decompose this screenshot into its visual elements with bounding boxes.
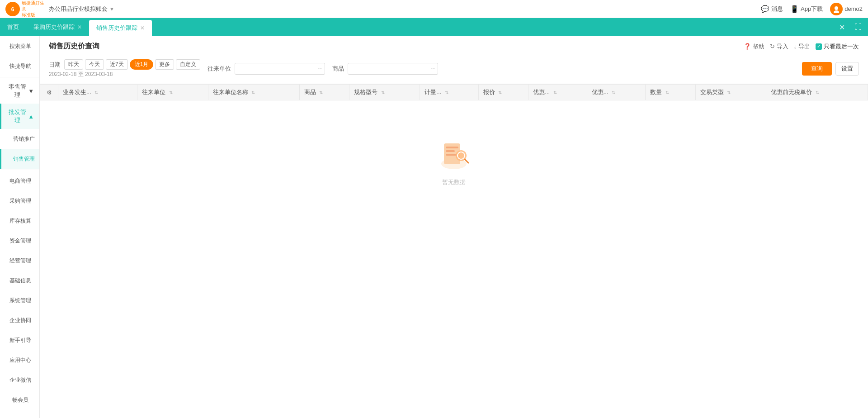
sidebar-divider-2	[0, 170, 39, 170]
tab-expand-icon[interactable]: ⛶	[852, 21, 864, 33]
sort-icon-pretax-price: ⇅	[816, 90, 819, 95]
sidebar-item-quick-nav[interactable]: 快捷导航	[0, 56, 39, 76]
sidebar-item-enterprise[interactable]: 企业协同	[0, 310, 39, 330]
empty-text: 暂无数据	[442, 178, 466, 186]
col-partner-name[interactable]: 往来单位名称 ⇅	[208, 85, 299, 100]
user-avatar	[830, 3, 843, 15]
sidebar-item-member[interactable]: 畅会员	[0, 390, 39, 410]
col-discount1[interactable]: 优惠... ⇅	[528, 85, 587, 100]
tab-bar: 首页 采购历史价跟踪 ✕ 销售历史价跟踪 ✕ ✕ ⛶	[0, 18, 868, 36]
app-download-btn[interactable]: 📱 App下载	[790, 5, 823, 13]
sidebar-item-retail[interactable]: 零售管理 ▼	[0, 78, 39, 104]
sidebar-item-wholesale[interactable]: 批发管理 ▲	[0, 104, 39, 129]
partner-input-dots: ···	[318, 65, 321, 73]
col-partner-code[interactable]: 往来单位 ⇅	[137, 85, 208, 100]
sidebar-item-finance[interactable]: 资金管理	[0, 231, 39, 251]
col-settings[interactable]: ⚙	[40, 85, 58, 100]
tab-bar-actions: ✕ ⛶	[835, 21, 868, 33]
svg-rect-8	[446, 154, 457, 156]
import-btn[interactable]: ↻ 导入	[770, 43, 788, 51]
sort-icon-partner-name: ⇅	[251, 90, 255, 95]
col-pretax-price[interactable]: 优惠前无税单价 ⇅	[766, 85, 868, 100]
date-btn-today[interactable]: 今天	[85, 59, 104, 70]
sort-icon-spec: ⇅	[381, 90, 385, 95]
help-btn[interactable]: ❓ 帮助	[744, 43, 764, 51]
page-title-row: 销售历史价查询 ❓ 帮助 ↻ 导入 ↓ 导出 ✓	[49, 42, 859, 51]
phone-icon: 📱	[790, 5, 799, 13]
query-button[interactable]: 查询	[802, 62, 832, 76]
tab-close-all-icon[interactable]: ✕	[835, 21, 848, 33]
wholesale-arrow-icon: ▲	[28, 113, 34, 120]
sort-icon-product: ⇅	[319, 90, 323, 95]
export-btn[interactable]: ↓ 导出	[794, 43, 811, 51]
retail-arrow-icon: ▼	[28, 88, 34, 95]
content-area: 销售历史价查询 ❓ 帮助 ↻ 导入 ↓ 导出 ✓	[40, 36, 868, 418]
col-product[interactable]: 商品 ⇅	[299, 85, 349, 100]
message-icon: 💬	[761, 5, 769, 13]
message-btn[interactable]: 💬 消息	[761, 5, 783, 13]
checkbox-icon: ✓	[816, 43, 822, 50]
sidebar-item-purchase[interactable]: 采购管理	[0, 191, 39, 211]
date-btn-7days[interactable]: 近7天	[106, 59, 128, 70]
partner-filter-group: 往来单位 ···	[208, 63, 325, 75]
table-head: ⚙ 业务发生... ⇅ 往来单位 ⇅ 往来单位名称 ⇅	[40, 85, 868, 100]
setting-button[interactable]: 设置	[835, 62, 859, 76]
date-range-text: 2023-02-18 至 2023-03-18	[49, 71, 200, 78]
col-trade-type[interactable]: 交易类型 ⇅	[695, 85, 766, 100]
sidebar-item-wechat[interactable]: 企业微信	[0, 370, 39, 390]
only-last-checkbox[interactable]: ✓ 只看最后一次	[816, 43, 859, 51]
svg-text:6: 6	[11, 6, 14, 13]
col-discount2[interactable]: 优惠... ⇅	[587, 85, 646, 100]
tab-purchase-close-icon[interactable]: ✕	[77, 24, 82, 30]
date-btn-custom[interactable]: 自定义	[176, 59, 200, 70]
date-label: 日期	[49, 61, 61, 69]
account-selector[interactable]: 办公用品行业模拟账套 ▼	[49, 5, 114, 13]
partner-input[interactable]: ···	[235, 63, 325, 75]
filter-row: 日期 昨天 今天 近7天 近1月 更多 自定义 2023-02-18 至 202…	[49, 55, 859, 84]
tab-home[interactable]: 首页	[0, 18, 26, 36]
sidebar-item-inventory[interactable]: 库存核算	[0, 211, 39, 231]
sidebar-item-ecommerce[interactable]: 电商管理	[0, 171, 39, 191]
sidebar-item-marketing[interactable]: 营销推广	[0, 129, 39, 149]
tab-sales-close-icon[interactable]: ✕	[140, 25, 145, 31]
date-buttons: 昨天 今天 近7天 近1月 更多 自定义	[64, 59, 200, 70]
sort-icon-quantity: ⇅	[665, 90, 669, 95]
sidebar-item-basic-info[interactable]: 基础信息	[0, 271, 39, 290]
sidebar-item-guide[interactable]: 新手引导	[0, 330, 39, 350]
empty-icon	[436, 137, 472, 173]
table-header-row: ⚙ 业务发生... ⇅ 往来单位 ⇅ 往来单位名称 ⇅	[40, 85, 868, 100]
svg-rect-7	[446, 150, 455, 152]
sort-icon-partner-code: ⇅	[169, 90, 173, 95]
date-filter-group: 日期 昨天 今天 近7天 近1月 更多 自定义	[49, 59, 200, 70]
sidebar-item-operations[interactable]: 经营管理	[0, 251, 39, 271]
col-quoted-price[interactable]: 报价 ⇅	[478, 85, 528, 100]
sidebar-item-search[interactable]: 搜索菜单	[0, 36, 39, 56]
date-btn-yesterday[interactable]: 昨天	[64, 59, 83, 70]
settings-icon: ⚙	[47, 89, 52, 96]
filter-actions: 查询 设置	[802, 62, 859, 76]
svg-point-2	[835, 6, 838, 10]
date-btn-1month[interactable]: 近1月	[130, 59, 154, 70]
sort-icon-quoted-price: ⇅	[498, 90, 502, 95]
page-actions: ❓ 帮助 ↻ 导入 ↓ 导出 ✓ 只看最后一次	[744, 43, 859, 51]
col-spec[interactable]: 规格型号 ⇅	[349, 85, 420, 100]
sidebar-divider-1	[0, 77, 39, 77]
date-btn-more[interactable]: 更多	[155, 59, 174, 70]
sort-icon-discount1: ⇅	[553, 90, 557, 95]
tab-sales[interactable]: 销售历史价跟踪 ✕	[89, 20, 152, 36]
sidebar-item-system[interactable]: 系统管理	[0, 290, 39, 310]
user-menu[interactable]: demo2	[830, 3, 863, 15]
sidebar-item-app-center[interactable]: 应用中心	[0, 350, 39, 370]
col-quantity[interactable]: 数量 ⇅	[646, 85, 695, 100]
sidebar-item-sales-mgmt[interactable]: 销售管理	[0, 149, 39, 169]
product-input[interactable]: ···	[348, 63, 438, 75]
data-table: ⚙ 业务发生... ⇅ 往来单位 ⇅ 往来单位名称 ⇅	[40, 84, 868, 100]
col-unit[interactable]: 计量... ⇅	[420, 85, 479, 100]
sort-icon-trade-type: ⇅	[727, 90, 731, 95]
table-container: ⚙ 业务发生... ⇅ 往来单位 ⇅ 往来单位名称 ⇅	[40, 84, 868, 418]
page-title: 销售历史价查询	[49, 42, 99, 51]
partner-label: 往来单位	[208, 65, 231, 73]
col-biz-date[interactable]: 业务发生... ⇅	[58, 85, 137, 100]
empty-state: 暂无数据	[40, 100, 868, 223]
tab-purchase[interactable]: 采购历史价跟踪 ✕	[26, 18, 89, 36]
